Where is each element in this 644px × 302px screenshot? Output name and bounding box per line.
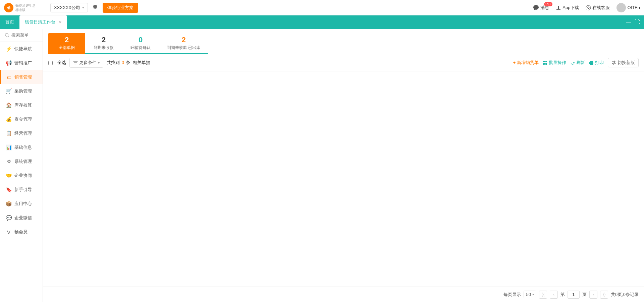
- add-sales-order-button[interactable]: + 新增销货单: [513, 60, 539, 66]
- logo-area: 畅 畅捷通好生意 标准版: [4, 3, 47, 12]
- sidebar-item-basic-info-label: 基础信息: [14, 144, 32, 150]
- more-filter-button[interactable]: 更多条件 ▾: [69, 58, 103, 68]
- sidebar-item-system-label: 系统管理: [14, 159, 32, 165]
- print-button[interactable]: 打印: [589, 60, 604, 66]
- select-all-checkbox[interactable]: [48, 61, 53, 65]
- found-count: 0: [122, 60, 124, 65]
- stat-tab-all[interactable]: 2 全部单据: [48, 33, 85, 54]
- sidebar-item-system[interactable]: ⚙ 系统管理: [0, 155, 43, 169]
- svg-text:畅: 畅: [7, 6, 10, 10]
- toolbar-right: + 新增销货单 批量操作 刷新 打印 切换新版: [513, 58, 639, 67]
- sidebar-item-new-guide[interactable]: 🔖 新手引导: [0, 183, 43, 197]
- app-download-button[interactable]: App下载: [556, 5, 579, 11]
- sidebar-item-enterprise-coop[interactable]: 🤝 企业协同: [0, 169, 43, 183]
- stat-tab-pending[interactable]: 0 旺辅待确认: [122, 33, 159, 54]
- avatar-image: [616, 3, 626, 12]
- search-menu-label: 搜索菜单: [11, 32, 29, 38]
- sidebar-item-quick-nav-label: 快捷导航: [14, 46, 32, 52]
- table-area: [43, 71, 644, 287]
- toolbar: 全选 更多条件 ▾ 共找到 0 条 相关单据 + 新增销货单 批量操作: [43, 54, 644, 71]
- stat-overdue-count: 2: [93, 36, 114, 44]
- settings-button[interactable]: [91, 3, 99, 13]
- page-size-value: 50: [526, 292, 531, 297]
- stat-tab-overdue[interactable]: 2 到期未收款: [85, 33, 122, 54]
- sidebar-item-quick-nav[interactable]: ⚡ 快捷导航: [0, 42, 43, 56]
- new-guide-icon: 🔖: [6, 187, 12, 193]
- sidebar-item-operations-label: 经营管理: [14, 130, 32, 136]
- sidebar-item-purchase[interactable]: 🛒 采购管理: [0, 84, 43, 98]
- capital-icon: 💰: [6, 116, 12, 122]
- message-badge: 99+: [544, 2, 552, 6]
- experience-button[interactable]: 体验行业方案: [103, 3, 138, 13]
- company-selector[interactable]: XXXXXX公司 ▾: [50, 3, 88, 12]
- sidebar-item-vip[interactable]: V 畅会员: [0, 225, 43, 239]
- sidebar-item-enterprise-wechat[interactable]: 💬 企业微信: [0, 211, 43, 225]
- svg-point-4: [5, 34, 8, 37]
- user-avatar[interactable]: OfTEn: [616, 3, 640, 12]
- page-size-label: 每页显示: [503, 292, 521, 298]
- prev-page-button[interactable]: ‹: [550, 291, 558, 299]
- operations-icon: 📋: [6, 130, 12, 136]
- inventory-icon: 🏠: [6, 102, 12, 108]
- sidebar-item-sales-label: 销售管理: [14, 74, 32, 80]
- tab-bar-actions: — ⛶: [626, 19, 644, 25]
- sales-icon: 🏷: [6, 74, 12, 80]
- sidebar-item-marketing[interactable]: 📢 营销推广: [0, 56, 43, 70]
- stat-overdue-out-label: 到期未收款 已出库: [167, 45, 200, 51]
- content-area: 2 全部单据 2 到期未收款 0 旺辅待确认 2 到期未收款 已出库 全选 更多…: [43, 29, 644, 302]
- sidebar-item-sales[interactable]: 🏷 销售管理: [0, 70, 43, 84]
- stats-tabs: 2 全部单据 2 到期未收款 0 旺辅待确认 2 到期未收款 已出库: [43, 29, 644, 54]
- tab-close-icon[interactable]: ✕: [59, 20, 62, 24]
- header-right: 消息 99+ App下载 在线客服 OfTEn: [533, 3, 640, 12]
- sidebar-item-inventory[interactable]: 🏠 库存核算: [0, 98, 43, 112]
- page-number-input[interactable]: [568, 291, 580, 299]
- sidebar-item-operations[interactable]: 📋 经营管理: [0, 126, 43, 140]
- vip-icon: V: [6, 229, 12, 235]
- tab-home[interactable]: 首页: [0, 15, 19, 29]
- marketing-icon: 📢: [6, 60, 12, 66]
- tab-cash-goods[interactable]: 钱货日清工作台 ✕: [19, 15, 67, 29]
- sidebar-item-app-center-label: 应用中心: [14, 201, 32, 207]
- page-size-chevron-icon: ▾: [532, 293, 534, 296]
- batch-operation-button[interactable]: 批量操作: [543, 60, 566, 66]
- stat-pending-count: 0: [130, 36, 151, 44]
- message-button[interactable]: 消息 99+: [533, 5, 549, 11]
- purchase-icon: 🛒: [6, 88, 12, 94]
- filter-chevron-icon: ▾: [98, 61, 100, 65]
- enterprise-coop-icon: 🤝: [6, 173, 12, 179]
- page-suffix: 页: [582, 292, 587, 298]
- stat-overdue-out-count: 2: [167, 36, 200, 44]
- tab-bar: 首页 钱货日清工作台 ✕ — ⛶: [0, 15, 644, 29]
- sidebar-item-enterprise-coop-label: 企业协同: [14, 173, 32, 179]
- sidebar-item-marketing-label: 营销推广: [14, 60, 32, 66]
- refresh-button[interactable]: 刷新: [570, 60, 585, 66]
- pagination: 每页显示 50 ▾ ⟨⟨ ‹ 第 页 › ⟩⟩ 共0页,0条记录: [43, 287, 644, 302]
- sidebar: 搜索菜单 ⚡ 快捷导航 📢 营销推广 🏷 销售管理 🛒 采购管理 🏠 库存核算 …: [0, 29, 43, 302]
- sidebar-item-capital-label: 资金管理: [14, 116, 32, 122]
- logo-text: 畅捷通好生意 标准版: [15, 3, 36, 12]
- page-size-select[interactable]: 50 ▾: [524, 291, 536, 298]
- last-page-button[interactable]: ⟩⟩: [600, 291, 608, 299]
- tab-maximize-icon[interactable]: ⛶: [635, 19, 640, 25]
- sidebar-item-vip-label: 畅会员: [14, 229, 28, 235]
- top-header: 畅 畅捷通好生意 标准版 XXXXXX公司 ▾ 体验行业方案 消息 99+ Ap…: [0, 0, 644, 15]
- online-service-button[interactable]: 在线客服: [586, 5, 610, 11]
- svg-rect-9: [545, 63, 547, 65]
- sidebar-item-basic-info[interactable]: 📊 基础信息: [0, 140, 43, 155]
- avatar-name: OfTEn: [627, 5, 640, 10]
- switch-new-version-button[interactable]: 切换新版: [608, 58, 639, 67]
- app-center-icon: 📦: [6, 201, 12, 207]
- search-menu-item[interactable]: 搜索菜单: [0, 29, 43, 42]
- svg-point-2: [586, 5, 591, 10]
- sidebar-item-capital[interactable]: 💰 资金管理: [0, 112, 43, 126]
- tab-minimize-icon[interactable]: —: [626, 19, 631, 25]
- next-page-button[interactable]: ›: [589, 291, 597, 299]
- stat-all-label: 全部单据: [56, 45, 77, 51]
- chevron-down-icon: ▾: [82, 5, 84, 10]
- company-name: XXXXXX公司: [54, 5, 80, 11]
- first-page-button[interactable]: ⟨⟨: [539, 291, 547, 299]
- stat-overdue-label: 到期未收款: [93, 45, 114, 51]
- svg-point-3: [588, 8, 589, 9]
- sidebar-item-app-center[interactable]: 📦 应用中心: [0, 197, 43, 211]
- stat-tab-overdue-out[interactable]: 2 到期未收款 已出库: [159, 33, 208, 54]
